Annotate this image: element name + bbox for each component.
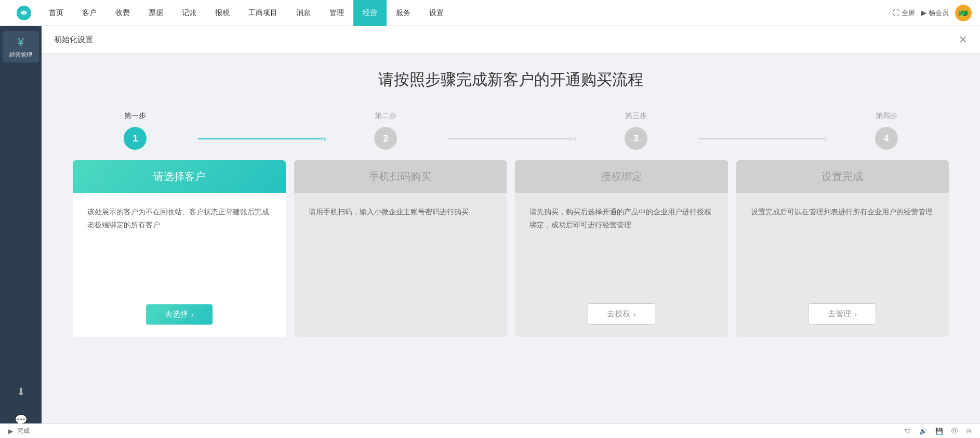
nav-home[interactable]: 首页 [39, 0, 73, 26]
sidebar-item-label: 经营管理 [9, 51, 32, 59]
step-label-1: 第一步 [124, 111, 146, 121]
topbar-right: ⛶ 全屏 ▶ 畅会员 🐲 [893, 5, 972, 21]
step-wrapper-4: 第四步 4 [824, 111, 949, 150]
topbar: 首页 客户 收费 票据 记账 报税 工商项目 消息 管理 经营 服务 设置 ⛶ … [0, 0, 980, 26]
section-title: 请按照步骤完成新客户的开通购买流程 [73, 69, 949, 91]
badge-0: ⓪ [951, 427, 958, 435]
step-connector-1 [198, 138, 323, 139]
go-manage-label: 去管理 [828, 309, 851, 319]
card-title-3: 授权绑定 [601, 171, 642, 182]
go-select-label: 去选择 [165, 310, 188, 319]
nav-items: 首页 客户 收费 票据 记账 报税 工商项目 消息 管理 经营 服务 设置 [39, 0, 893, 26]
play-btn[interactable]: ▶ [8, 428, 13, 435]
nav-manage[interactable]: 管理 [320, 0, 353, 26]
nav-tax[interactable]: 报税 [206, 0, 239, 26]
nav-message[interactable]: 消息 [287, 0, 320, 26]
statusbar-right: 🛡 🔊 💾 ⓪ ⑩ [905, 427, 972, 435]
step-card-1: 请选择客户 该处展示的客户为不在回收站、客户状态正常建账后完成老板端绑定的所有客… [73, 160, 286, 337]
step-connector-2 [448, 138, 574, 139]
step-label-2: 第二步 [375, 111, 396, 121]
step-label-3: 第三步 [625, 111, 647, 121]
go-authorize-label: 去授权 [607, 309, 630, 319]
card-footer-3: 去授权 › [515, 295, 728, 337]
step-number-2: 2 [383, 133, 388, 144]
step-circle-3: 3 [625, 127, 647, 150]
nav-operation[interactable]: 经营 [353, 0, 387, 26]
step-card-4: 设置完成 设置完成后可以在管理列表进行所有企业用户的经营管理 去管理 › [736, 160, 949, 337]
logo-icon [16, 5, 32, 21]
fullscreen-btn[interactable]: ⛶ 全屏 [893, 8, 915, 18]
go-select-arrow: › [191, 310, 194, 319]
go-manage-button[interactable]: 去管理 › [809, 303, 876, 325]
card-header-1: 请选择客户 [73, 160, 286, 193]
step-circle-1: 1 [124, 127, 147, 150]
sidebar: ¥ 经营管理 ⬇ 💬 [0, 26, 42, 438]
main-layout: ¥ 经营管理 ⬇ 💬 初始化设置 ✕ 请按照步骤完成新客户的开通购买流程 第一步… [0, 26, 980, 438]
card-body-3: 请先购买，购买后选择开通的产品中的企业用户进行授权绑定，成功后即可进行经营管理 [515, 193, 728, 295]
card-title-1: 请选择客户 [153, 171, 205, 182]
step-card-3: 授权绑定 请先购买，购买后选择开通的产品中的企业用户进行授权绑定，成功后即可进行… [515, 160, 728, 337]
card-text-1: 该处展示的客户为不在回收站、客户状态正常建账后完成老板端绑定的所有客户 [87, 208, 269, 229]
card-title-4: 设置完成 [822, 171, 863, 182]
card-body-4: 设置完成后可以在管理列表进行所有企业用户的经营管理 [736, 193, 949, 295]
content-area: 初始化设置 ✕ 请按照步骤完成新客户的开通购买流程 第一步 1 第二步 [42, 26, 980, 438]
step-card-2: 手机扫码购买 请用手机扫码，输入小微企业主账号密码进行购买 [294, 160, 507, 337]
step-number-3: 3 [633, 133, 639, 144]
shield-icon: 🛡 [905, 428, 911, 435]
step-label-4: 第四步 [876, 111, 897, 121]
volume-icon: 🔊 [919, 428, 927, 435]
avatar[interactable]: 🐲 [955, 5, 972, 21]
close-button[interactable]: ✕ [959, 33, 968, 46]
step-wrapper-2: 第二步 2 [323, 111, 448, 150]
card-footer-2 [294, 316, 507, 337]
go-select-button[interactable]: 去选择 › [146, 304, 213, 325]
sidebar-download[interactable]: ⬇ [3, 379, 39, 405]
status-label: 完成 [17, 427, 30, 435]
page-header: 初始化设置 ✕ [42, 26, 980, 54]
save-icon: 💾 [935, 428, 943, 435]
go-authorize-arrow: › [633, 310, 636, 318]
play-icon: ▶ [921, 9, 926, 17]
logo[interactable] [8, 5, 39, 21]
card-header-3: 授权绑定 [515, 160, 728, 193]
fullscreen-icon: ⛶ [893, 9, 899, 17]
step-circle-2: 2 [374, 127, 397, 150]
step-connector-3 [698, 138, 824, 139]
card-header-4: 设置完成 [736, 160, 949, 193]
steps-row: 第一步 1 第二步 2 第三步 [73, 111, 949, 150]
go-manage-arrow: › [854, 310, 857, 318]
step-wrapper-3: 第三步 3 [573, 111, 698, 150]
step-circle-4: 4 [875, 127, 898, 150]
card-text-2: 请用手机扫码，输入小微企业主账号密码进行购买 [309, 208, 469, 216]
card-header-2: 手机扫码购买 [294, 160, 507, 193]
cards-row: 请选择客户 该处展示的客户为不在回收站、客户状态正常建账后完成老板端绑定的所有客… [73, 160, 949, 337]
yuan-icon: ¥ [18, 35, 24, 49]
nav-settings[interactable]: 设置 [420, 0, 453, 26]
statusbar: ▶ 完成 🛡 🔊 💾 ⓪ ⑩ [0, 423, 980, 438]
nav-account[interactable]: 记账 [173, 0, 206, 26]
card-footer-4: 去管理 › [736, 295, 949, 337]
step-number-4: 4 [884, 133, 889, 144]
page-title: 初始化设置 [54, 35, 93, 45]
card-title-2: 手机扫码购买 [369, 171, 431, 182]
card-footer-1: 去选择 › [73, 296, 286, 337]
nav-service[interactable]: 服务 [387, 0, 420, 26]
sidebar-item-operation[interactable]: ¥ 经营管理 [3, 31, 39, 62]
badge-10: ⑩ [966, 428, 972, 435]
step-number-1: 1 [133, 133, 138, 144]
vip-label: 畅会员 [929, 8, 949, 18]
nav-fee[interactable]: 收费 [106, 0, 139, 26]
card-text-3: 请先购买，购买后选择开通的产品中的企业用户进行授权绑定，成功后即可进行经营管理 [529, 208, 711, 229]
card-body-2: 请用手机扫码，输入小微企业主账号密码进行购买 [294, 193, 507, 316]
step-wrapper-1: 第一步 1 [73, 111, 198, 150]
page-body: 请按照步骤完成新客户的开通购买流程 第一步 1 第二步 2 [42, 54, 980, 353]
card-body-1: 该处展示的客户为不在回收站、客户状态正常建账后完成老板端绑定的所有客户 [73, 193, 286, 296]
nav-business[interactable]: 工商项目 [239, 0, 287, 26]
fullscreen-label: 全屏 [902, 8, 915, 18]
card-text-4: 设置完成后可以在管理列表进行所有企业用户的经营管理 [751, 208, 933, 216]
go-authorize-button[interactable]: 去授权 › [588, 303, 655, 325]
vip-btn[interactable]: ▶ 畅会员 [921, 8, 949, 18]
nav-customer[interactable]: 客户 [73, 0, 106, 26]
nav-ticket[interactable]: 票据 [139, 0, 173, 26]
